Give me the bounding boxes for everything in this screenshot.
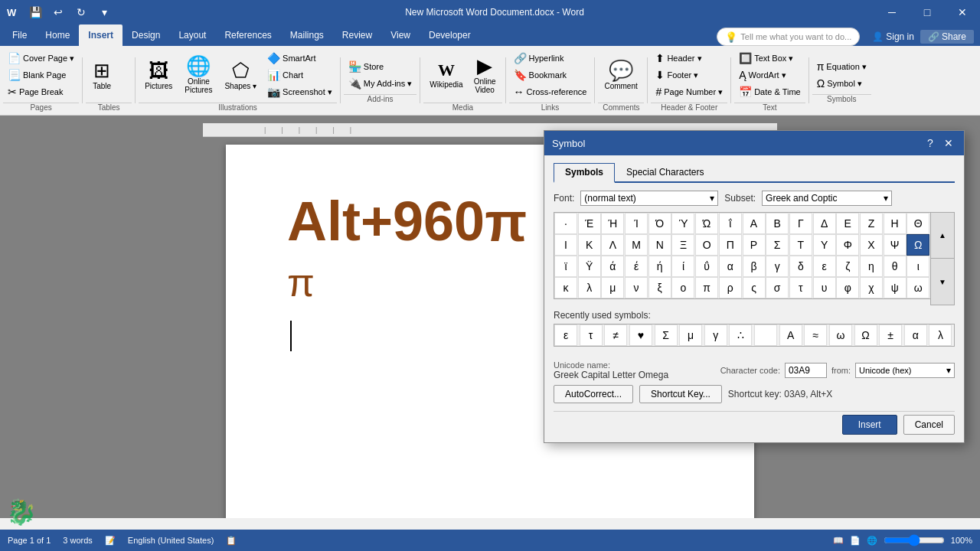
symbol-cell[interactable]: Ώ <box>695 213 718 234</box>
view-print-button[interactable]: 📄 <box>850 536 861 546</box>
symbol-cell[interactable]: Ύ <box>671 213 694 234</box>
symbol-cell[interactable]: Ζ <box>860 213 883 234</box>
symbol-cell[interactable]: Θ <box>906 213 929 234</box>
symbol-cell[interactable]: Ό <box>648 213 671 234</box>
recent-symbol[interactable]: ♥ <box>629 324 652 346</box>
tab-layout[interactable]: Layout <box>169 24 215 46</box>
recent-symbol[interactable]: A <box>779 324 802 346</box>
symbol-grid-scroll-down[interactable]: ▼ <box>931 259 954 305</box>
dialog-tab-special-characters[interactable]: Special Characters <box>615 163 715 181</box>
symbol-cell[interactable]: η <box>860 256 883 277</box>
symbol-cell[interactable]: Ι <box>554 234 577 256</box>
smartart-button[interactable]: 🔷SmartArt <box>264 51 335 66</box>
recent-symbol[interactable]: ε <box>554 324 577 346</box>
page-break-button[interactable]: ✂Page Break <box>5 84 77 99</box>
symbol-cell[interactable]: τ <box>789 277 812 298</box>
symbol-cell[interactable]: ί <box>671 256 694 277</box>
header-button[interactable]: ⬆Header ▾ <box>652 51 726 66</box>
symbol-cell[interactable]: ρ <box>719 277 742 298</box>
symbol-cell[interactable]: Υ <box>813 234 836 256</box>
dialog-close-button[interactable]: ✕ <box>941 135 956 151</box>
recent-symbol[interactable]: ≠ <box>604 324 627 346</box>
close-button[interactable]: ✕ <box>945 0 980 24</box>
hyperlink-button[interactable]: 🔗Hyperlink <box>511 51 590 66</box>
symbol-cell[interactable]: Ο <box>695 234 718 256</box>
symbol-cell[interactable]: Χ <box>860 234 883 256</box>
symbol-cell[interactable]: ι <box>906 256 929 277</box>
symbol-cell[interactable]: λ <box>578 277 601 298</box>
text-box-button[interactable]: 🔲Text Box ▾ <box>736 51 804 66</box>
symbol-cell[interactable]: φ <box>836 277 859 298</box>
symbol-cell[interactable]: Ί <box>625 213 648 234</box>
save-button[interactable]: 💾 <box>24 2 46 23</box>
symbol-cell[interactable]: β <box>743 256 766 277</box>
recent-symbol[interactable]: μ <box>679 324 702 346</box>
pictures-button[interactable]: 🖼 Pictures <box>140 51 177 99</box>
symbol-cell[interactable]: Τ <box>789 234 812 256</box>
recent-symbol[interactable]: ≈ <box>804 324 827 346</box>
symbol-cell[interactable]: ψ <box>884 277 906 298</box>
symbol-cell[interactable]: Ψ <box>884 234 906 256</box>
symbol-cell[interactable]: ά <box>601 256 624 277</box>
symbol-cell[interactable]: ϊ <box>554 256 577 277</box>
shortcut-key-button[interactable]: Shortcut Key... <box>639 385 722 403</box>
symbol-cell[interactable]: Π <box>719 234 742 256</box>
symbol-cell[interactable]: Η <box>884 213 906 234</box>
symbol-cell[interactable]: Σ <box>766 234 789 256</box>
tab-insert[interactable]: Insert <box>79 24 122 46</box>
symbol-cell[interactable]: Ή <box>601 213 624 234</box>
tell-me-input[interactable]: 💡 Tell me what you want to do... <box>717 28 860 46</box>
subset-select[interactable]: Greek and Coptic ▾ <box>762 191 892 206</box>
table-button[interactable]: ⊞ Table <box>87 51 116 99</box>
symbol-cell[interactable]: ν <box>625 277 648 298</box>
undo-button[interactable]: ↩ <box>47 2 69 23</box>
minimize-button[interactable]: ─ <box>874 0 910 24</box>
dialog-tab-symbols[interactable]: Symbols <box>554 163 615 183</box>
symbol-cell[interactable]: θ <box>884 256 906 277</box>
symbol-cell[interactable]: δ <box>789 256 812 277</box>
cancel-button[interactable]: Cancel <box>903 415 955 435</box>
symbol-cell[interactable]: γ <box>766 256 789 277</box>
cross-reference-button[interactable]: ↔Cross-reference <box>511 84 590 99</box>
autocorrect-button[interactable]: AutoCorrect... <box>554 385 633 403</box>
recent-symbol[interactable]: λ <box>929 324 952 346</box>
symbol-cell[interactable]: ή <box>648 256 671 277</box>
symbol-cell[interactable]: Ν <box>648 234 671 256</box>
store-button[interactable]: 🏪Store <box>345 59 415 74</box>
symbol-cell[interactable]: Ξ <box>671 234 694 256</box>
recent-symbol[interactable] <box>754 324 777 346</box>
symbol-cell[interactable]: Δ <box>813 213 836 234</box>
symbol-button[interactable]: ΩSymbol ▾ <box>814 76 870 91</box>
symbol-cell[interactable]: α <box>719 256 742 277</box>
recent-symbol[interactable]: τ <box>580 324 603 346</box>
tab-developer[interactable]: Developer <box>420 24 480 46</box>
bookmark-button[interactable]: 🔖Bookmark <box>511 67 590 83</box>
symbol-grid-scroll-up[interactable]: ▲ <box>931 213 954 259</box>
symbol-cell[interactable]: κ <box>554 277 577 298</box>
symbol-cell-omega[interactable]: Ω <box>906 234 929 256</box>
maximize-button[interactable]: □ <box>910 0 945 24</box>
symbol-cell[interactable]: ω <box>906 277 929 298</box>
symbol-cell[interactable]: ΰ <box>695 256 718 277</box>
share-button[interactable]: 🔗Share <box>920 30 974 44</box>
sign-in-button[interactable]: 👤Sign in <box>872 31 914 42</box>
symbol-cell[interactable]: Κ <box>578 234 601 256</box>
equation-button[interactable]: πEquation ▾ <box>814 59 870 74</box>
symbol-cell[interactable]: έ <box>625 256 648 277</box>
char-code-input[interactable] <box>785 363 827 378</box>
tab-review[interactable]: Review <box>333 24 381 46</box>
wikipedia-button[interactable]: W Wikipedia <box>425 51 467 99</box>
tab-mailings[interactable]: Mailings <box>281 24 333 46</box>
symbol-cell[interactable]: ς <box>743 277 766 298</box>
recent-symbol[interactable]: α <box>904 324 927 346</box>
customize-qat-button[interactable]: ▾ <box>93 2 115 23</box>
symbol-cell[interactable]: Β <box>766 213 789 234</box>
shapes-button[interactable]: ⬠ Shapes ▾ <box>220 51 261 99</box>
symbol-cell[interactable]: σ <box>766 277 789 298</box>
symbol-cell[interactable]: ξ <box>648 277 671 298</box>
encoding-select[interactable]: Unicode (hex) ▾ <box>855 363 955 378</box>
insert-button[interactable]: Insert <box>842 415 897 435</box>
footer-button[interactable]: ⬇Footer ▾ <box>652 67 726 83</box>
symbol-cell[interactable]: Μ <box>625 234 648 256</box>
screenshot-button[interactable]: 📷Screenshot ▾ <box>264 84 335 99</box>
